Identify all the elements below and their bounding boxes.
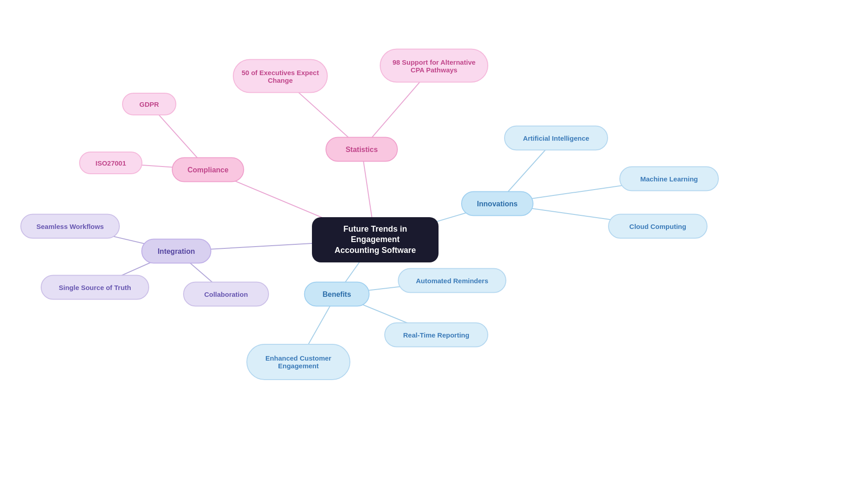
node-label-benefits: Benefits [322,290,351,298]
mindmap-container: Future Trends in Engagement Accounting S… [0,0,868,490]
node-statistics[interactable]: Statistics [326,137,398,162]
node-label-ml: Machine Learning [640,175,698,183]
node-iso27001[interactable]: ISO27001 [79,152,142,174]
node-seamless[interactable]: Seamless Workflows [20,214,120,239]
node-label-seamless: Seamless Workflows [37,223,104,230]
node-label-iso27001: ISO27001 [95,159,126,167]
node-collaboration[interactable]: Collaboration [183,282,269,307]
node-cloud[interactable]: Cloud Computing [608,214,708,239]
node-label-realtime: Real-Time Reporting [403,331,469,339]
node-label-statistics: Statistics [345,145,377,153]
node-singlesource[interactable]: Single Source of Truth [41,275,149,300]
node-label-innovations: Innovations [477,200,518,208]
node-label-singlesource: Single Source of Truth [59,284,131,291]
node-label-integration: Integration [158,247,195,255]
node-compliance[interactable]: Compliance [172,157,244,182]
node-label-cloud: Cloud Computing [629,223,686,230]
node-executives[interactable]: 50 of Executives Expect Change [233,59,328,93]
node-label-support: 98 Support for Alternative CPA Pathways [392,58,476,73]
node-ml[interactable]: Machine Learning [619,167,719,191]
node-support[interactable]: 98 Support for Alternative CPA Pathways [380,49,488,83]
node-label-automated: Automated Reminders [416,277,488,285]
node-label-ai: Artificial Intelligence [523,134,590,142]
node-benefits[interactable]: Benefits [304,282,370,307]
node-enhanced[interactable]: Enhanced Customer Engagement [246,344,350,380]
node-integration[interactable]: Integration [142,239,212,264]
node-ai[interactable]: Artificial Intelligence [504,126,608,151]
node-innovations[interactable]: Innovations [461,191,533,216]
node-automated[interactable]: Automated Reminders [398,268,506,293]
node-realtime[interactable]: Real-Time Reporting [384,323,488,347]
node-label-compliance: Compliance [188,166,229,174]
node-label-collaboration: Collaboration [204,290,248,298]
node-label-gdpr: GDPR [139,100,159,108]
node-label-center: Future Trends in Engagement Accounting S… [321,224,429,256]
node-label-enhanced: Enhanced Customer Engagement [265,354,331,370]
node-label-executives: 50 of Executives Expect Change [242,68,319,84]
node-center[interactable]: Future Trends in Engagement Accounting S… [312,217,439,262]
node-gdpr[interactable]: GDPR [122,93,176,115]
